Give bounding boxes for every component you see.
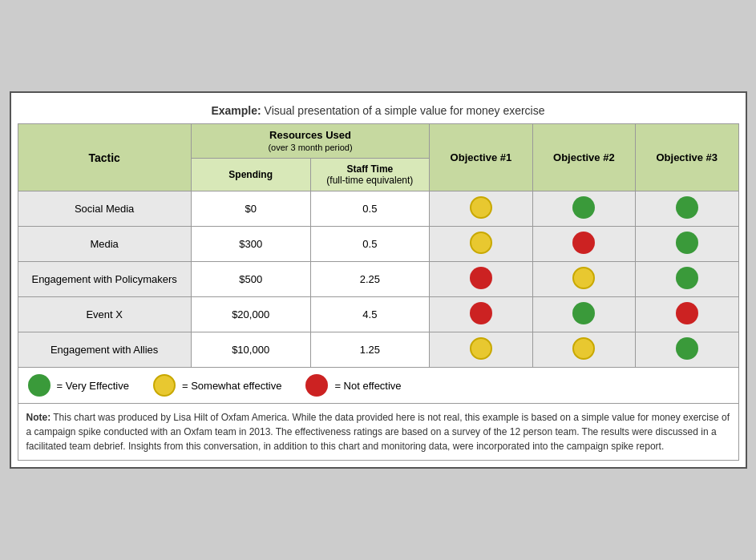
table-row: Media$3000.5 [18,227,738,262]
value-for-money-table: Tactic Resources Used (over 3 month peri… [18,123,739,368]
title-rest: Visual presentation of a simple value fo… [261,104,545,117]
note-text: This chart was produced by Lisa Hilt of … [26,412,730,452]
yellow-label: = Somewhat effective [182,380,281,392]
green-dot [676,232,698,254]
red-dot [470,302,492,324]
green-label: = Very Effective [57,380,129,392]
chart-title: Example: Visual presentation of a simple… [18,99,739,123]
table-row: Engagement with Policymakers$5002.25 [18,262,738,297]
obj2-header: Objective #2 [532,124,635,191]
resources-label: Resources Used [269,129,351,141]
legend-red: = Not effective [305,374,401,397]
yellow-dot-legend [153,374,176,397]
obj3-header: Objective #3 [636,124,738,191]
red-dot [572,232,595,254]
main-container: Example: Visual presentation of a simple… [10,91,747,469]
legend-green: = Very Effective [28,374,129,397]
legend-yellow: = Somewhat effective [153,374,281,397]
yellow-dot [470,337,492,360]
stafftime-header: Staff Time (full-time equivalent) [310,159,430,191]
obj1-header: Objective #1 [430,124,532,191]
green-dot-legend [28,374,51,397]
spending-header: Spending [191,159,310,191]
tactic-column-header: Tactic [18,124,191,191]
green-dot [572,302,595,324]
table-row: Social Media$00.5 [18,191,738,227]
stafftime-sub: (full-time equivalent) [326,175,413,186]
red-dot [470,267,492,289]
green-dot [676,196,698,219]
green-dot [572,196,595,219]
title-bold: Example: [211,104,261,117]
yellow-dot [470,196,492,219]
table-row: Engagement with Allies$10,0001.25 [18,332,738,368]
yellow-dot [572,337,595,360]
green-dot [676,267,698,289]
red-label: = Not effective [334,380,401,392]
red-dot [676,302,698,324]
table-row: Event X$20,0004.5 [18,297,738,332]
yellow-dot [572,267,595,289]
resources-sub: (over 3 month period) [268,143,352,152]
note-bold: Note: [26,412,51,423]
red-dot-legend [305,374,328,397]
yellow-dot [470,232,492,254]
green-dot [676,337,698,360]
note-section: Note: This chart was produced by Lisa Hi… [18,404,739,461]
legend-row: = Very Effective = Somewhat effective = … [18,368,739,404]
resources-header: Resources Used (over 3 month period) [191,124,429,159]
